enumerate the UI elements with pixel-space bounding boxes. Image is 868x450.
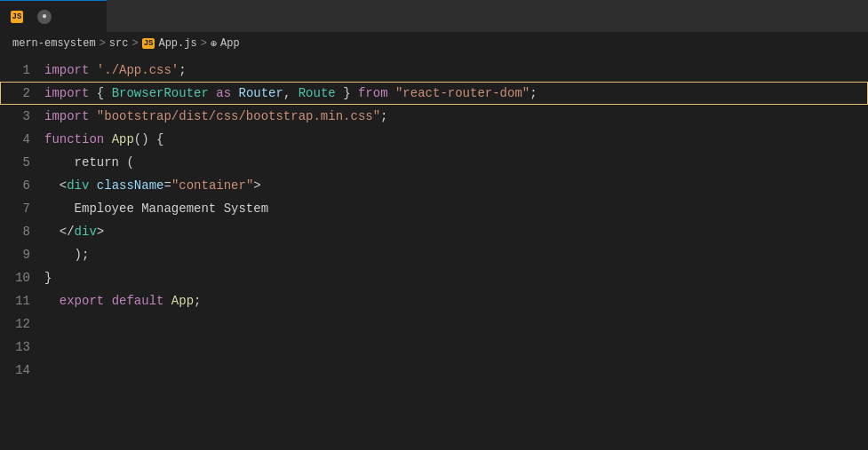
line-number-6: 6 [0,174,44,197]
app-js-tab[interactable]: JS ● [0,0,107,32]
code-line-2: 2import { BrowserRouter as Router, Route… [0,82,868,105]
line-number-12: 12 [0,312,44,336]
line-number-8: 8 [0,220,44,243]
line-content-10: } [44,266,868,289]
breadcrumb-src: src [109,37,129,50]
code-line-12: 12 [0,312,868,336]
line-number-2: 2 [0,82,44,105]
line-content-11: export default App; [44,289,868,312]
breadcrumb-root: mern-emsystem [12,37,96,50]
line-content-3: import "bootstrap/dist/css/bootstrap.min… [44,105,868,128]
tab-bar: JS ● [0,0,868,32]
line-content-6: <div className="container"> [44,174,868,197]
breadcrumb-sym-icon: ⊕ [211,37,217,51]
line-number-4: 4 [0,128,44,151]
breadcrumb: mern-emsystem > src > JS App.js > ⊕ App [0,32,868,55]
code-line-6: 6 <div className="container"> [0,174,868,197]
code-line-14: 14 [0,359,868,382]
line-number-13: 13 [0,336,44,359]
line-number-11: 11 [0,289,44,312]
line-number-14: 14 [0,359,44,382]
line-content-9: ); [44,243,868,266]
editor-area: 1import './App.css';2import { BrowserRou… [0,55,868,385]
code-line-4: 4function App() { [0,128,868,151]
code-line-9: 9 ); [0,243,868,266]
code-line-10: 10} [0,266,868,289]
line-content-7: Employee Management System [44,197,868,220]
line-number-3: 3 [0,105,44,128]
breadcrumb-filename: App.js [158,37,196,50]
breadcrumb-symbol: App [220,37,240,50]
code-line-8: 8 </div> [0,220,868,243]
line-content-4: function App() { [44,128,868,151]
line-number-10: 10 [0,266,44,289]
code-line-7: 7 Employee Management System [0,197,868,220]
line-number-9: 9 [0,243,44,266]
code-line-3: 3import "bootstrap/dist/css/bootstrap.mi… [0,105,868,128]
tab-close-button[interactable]: ● [37,10,52,24]
code-line-11: 11 export default App; [0,289,868,312]
line-content-1: import './App.css'; [44,59,868,82]
line-number-5: 5 [0,151,44,174]
code-line-5: 5 return ( [0,151,868,174]
code-line-1: 1import './App.css'; [0,59,868,82]
js-file-icon: JS [11,11,23,23]
line-number-1: 1 [0,59,44,82]
breadcrumb-js-icon: JS [142,38,155,49]
line-content-5: return ( [44,151,868,174]
line-content-2: import { BrowserRouter as Router, Route … [44,82,868,105]
line-number-7: 7 [0,197,44,220]
line-content-8: </div> [44,220,868,243]
code-line-13: 13 [0,336,868,359]
